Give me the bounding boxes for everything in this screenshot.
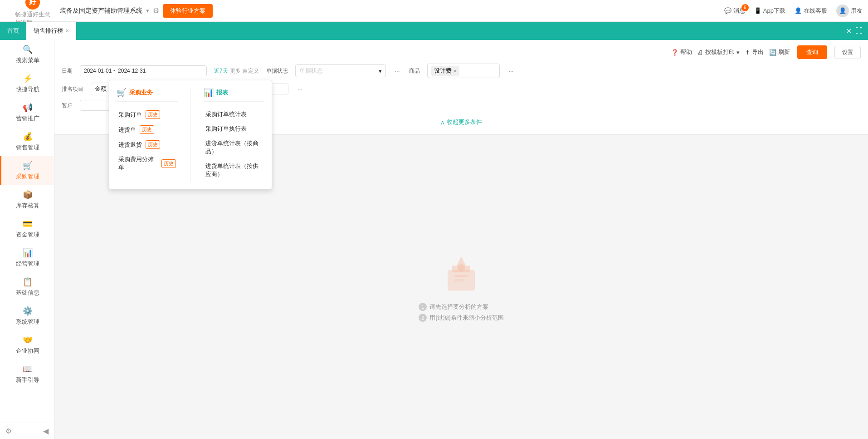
sidebar-item-management[interactable]: 📊 经营管理 (0, 243, 54, 272)
history-badge-1[interactable]: 历史 (140, 125, 154, 134)
setting-button[interactable]: 设置 (834, 46, 861, 59)
hint-num-2: 2 (419, 314, 427, 322)
dropdown-item-purchase-order-label: 采购订单 (118, 111, 142, 119)
hint-text-2: 用[过滤]条件来缩小分析范围 (429, 314, 503, 322)
dropdown-item-expense-label: 采购费用分摊单 (118, 155, 158, 172)
date-quick-7days[interactable]: 近7天 (214, 67, 228, 75)
tab-home[interactable]: 首页 (0, 22, 26, 40)
purchase-col-title: 🛒 采购业务 (117, 88, 178, 102)
quicknav-icon: ⚡ (23, 74, 33, 84)
purchase-col-title-text: 采购业务 (129, 89, 153, 97)
sidebar-item-search-label: 搜索菜单 (16, 56, 39, 64)
report-col: 📊 报表 采购订单统计表 采购订单执行表 进货单统计表（按商品） 进货单统计表（… (204, 88, 265, 182)
history-badge-3[interactable]: 历史 (161, 159, 176, 168)
sidebar-item-marketing[interactable]: 📢 营销推广 (0, 98, 54, 127)
system-title: 装备及固定资产辅助管理系统 ▾ ⚙ 体验行业方案 (60, 4, 715, 18)
user-item[interactable]: 👤 用友 (836, 5, 863, 17)
sidebar-item-purchase-label: 采购管理 (16, 173, 39, 181)
sidebar-item-sales-label: 销售管理 (16, 143, 39, 152)
dropdown-item-return-label: 进货退货 (118, 141, 142, 149)
dropdown-item-report-2[interactable]: 采购订单执行表 (204, 122, 265, 136)
dropdown-item-report-3-label: 进货单统计表（按商品） (205, 139, 263, 156)
sidebar-settings-icon[interactable]: ⚙ (5, 427, 12, 435)
print-button[interactable]: 🖨 按模板打印 ▾ (697, 48, 740, 56)
export-label: 导出 (752, 48, 764, 56)
sidebar-item-basic-info[interactable]: 📋 基础信息 (0, 272, 54, 301)
rank-label: 排名项目 (62, 85, 83, 93)
tab-sales-ranking[interactable]: 销售排行榜 × (26, 22, 76, 40)
system-arrow-icon[interactable]: ▾ (146, 7, 149, 14)
dropdown-item-inbound-label: 进货单 (118, 126, 136, 134)
sidebar-item-inventory[interactable]: 📦 库存核算 (0, 185, 54, 214)
history-badge-0[interactable]: 历史 (146, 110, 160, 119)
date-filter-control[interactable]: 2024-01-01 ~ 2024-12-31 (80, 65, 207, 76)
marketing-icon: 📢 (23, 103, 33, 113)
bill-status-dots[interactable]: ··· (393, 68, 402, 74)
tab-bar: 首页 销售排行榜 × ✕ ⛶ (0, 22, 868, 40)
goods-dots[interactable]: ··· (507, 68, 516, 74)
sidebar-item-search[interactable]: 🔍 搜索菜单 (0, 40, 54, 69)
dropdown-item-return[interactable]: 进货退货 历史 (117, 137, 178, 152)
bill-status-select[interactable]: 单据状态 ▾ (295, 64, 386, 77)
app-download-label: App下载 (763, 7, 785, 15)
dropdown-item-report-1[interactable]: 采购订单统计表 (204, 107, 265, 122)
bill-status-value: 单据状态 (299, 67, 323, 75)
help-button[interactable]: ❓ 帮助 (671, 48, 692, 56)
dropdown-item-inbound[interactable]: 进货单 历史 (117, 122, 178, 137)
sidebar-item-guide[interactable]: 📖 新手引导 (0, 360, 54, 389)
toolbar-row: ❓ 帮助 🖨 按模板打印 ▾ ⬆ 导出 🔄 刷新 (62, 45, 861, 59)
date-quick-more[interactable]: 更多 (230, 67, 241, 75)
refresh-icon: 🔄 (769, 49, 776, 56)
sidebar-item-quick-nav[interactable]: ⚡ 快捷导航 (0, 69, 54, 98)
message-item[interactable]: 💬 消息 6 (724, 7, 745, 15)
sidebar-bottom: ⚙ ◀ (0, 423, 54, 439)
sidebar-item-system[interactable]: ⚙️ 系统管理 (0, 301, 54, 330)
tab-maximize-icon[interactable]: ⛶ (855, 27, 863, 35)
dropdown-item-purchase-order[interactable]: 采购订单 历史 (117, 107, 178, 122)
sidebar-item-sales[interactable]: 💰 销售管理 (0, 127, 54, 156)
app-download-item[interactable]: 📱 App下载 (754, 7, 785, 15)
goods-tag-close-icon[interactable]: × (454, 68, 457, 74)
hint-num-1: 1 (419, 303, 427, 311)
sidebar-item-finance[interactable]: 💳 资金管理 (0, 214, 54, 243)
query-button[interactable]: 查询 (797, 45, 827, 59)
refresh-button[interactable]: 🔄 刷新 (769, 48, 790, 56)
history-badge-2[interactable]: 历史 (146, 140, 160, 149)
avatar: 👤 (836, 5, 849, 17)
dropdown-item-report-4[interactable]: 进货单统计表（按供应商） (204, 159, 265, 182)
salesman-dots[interactable]: ··· (296, 86, 304, 93)
date-range-text: 2024-01-01 ~ 2024-12-31 (84, 68, 146, 74)
goods-label: 商品 (409, 67, 420, 75)
toolbar-right: ❓ 帮助 🖨 按模板打印 ▾ ⬆ 导出 🔄 刷新 (671, 48, 790, 56)
finance-icon: 💳 (23, 219, 33, 229)
gear-icon[interactable]: ⚙ (153, 6, 159, 15)
help-label: 帮助 (680, 48, 692, 56)
management-icon: 📊 (23, 248, 33, 258)
online-service-item[interactable]: 👤 在线客服 (795, 7, 827, 15)
sidebar-item-quicknav-label: 快捷导航 (16, 85, 39, 94)
dropdown-item-report-3[interactable]: 进货单统计表（按商品） (204, 136, 265, 159)
print-arrow-icon: ▾ (736, 49, 740, 56)
sidebar-item-purchase[interactable]: 🛒 采购管理 (0, 156, 54, 185)
export-button[interactable]: ⬆ 导出 (745, 48, 764, 56)
system-icon: ⚙️ (23, 306, 33, 316)
dropdown-item-report-1-label: 采购订单统计表 (205, 110, 247, 118)
system-name: 装备及固定资产辅助管理系统 (60, 7, 142, 15)
sidebar-item-enterprise[interactable]: 🤝 企业协同 (0, 330, 54, 360)
tab-close-window-icon[interactable]: ✕ (846, 27, 852, 35)
purchase-col-icon: 🛒 (117, 88, 127, 98)
dropdown-divider (190, 88, 191, 182)
customer-label: 客户 (62, 102, 73, 109)
industry-button[interactable]: 体验行业方案 (163, 4, 213, 18)
tab-close-icon[interactable]: × (66, 28, 69, 34)
content-area: ❓ 帮助 🖨 按模板打印 ▾ ⬆ 导出 🔄 刷新 (54, 40, 868, 439)
sales-icon: 💰 (23, 132, 33, 142)
sidebar-item-management-label: 经营管理 (16, 260, 39, 268)
sidebar-collapse-icon[interactable]: ◀ (43, 427, 49, 435)
message-icon: 💬 (724, 7, 731, 14)
top-header: 好 畅捷通好生意 标准版 装备及固定资产辅助管理系统 ▾ ⚙ 体验行业方案 💬 … (0, 0, 868, 22)
date-quick-custom[interactable]: 自定义 (243, 67, 259, 75)
basicinfo-icon: 📋 (23, 277, 33, 287)
dropdown-item-expense[interactable]: 采购费用分摊单 历史 (117, 152, 178, 175)
goods-filter-control[interactable]: 设计费 × (427, 64, 500, 78)
